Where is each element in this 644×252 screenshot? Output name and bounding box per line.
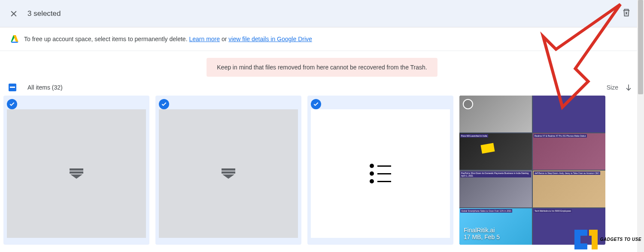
view-details-link[interactable]: view file details in Google Drive bbox=[228, 36, 312, 42]
file-preview bbox=[7, 109, 146, 238]
file-name: FinalRitik.ai bbox=[464, 227, 500, 234]
list-header: All items (32) Size bbox=[0, 84, 644, 91]
google-drive-icon bbox=[10, 35, 19, 43]
file-grid: Poco M3 Launched in India Realme X7 & Re… bbox=[0, 96, 644, 245]
file-type-icon bbox=[222, 168, 235, 179]
file-preview bbox=[311, 109, 450, 238]
all-items-label: All items (32) bbox=[27, 84, 63, 91]
file-card[interactable] bbox=[155, 96, 301, 245]
warning-banner: Keep in mind that files removed from her… bbox=[207, 58, 437, 77]
image-thumbnail: Poco M3 Launched in India Realme X7 & Re… bbox=[459, 96, 605, 245]
unselected-circle-icon[interactable] bbox=[463, 99, 473, 109]
file-size-date: 17 MB, Feb 5 bbox=[464, 234, 500, 240]
watermark-text: GADGETS TO USE bbox=[600, 237, 641, 242]
file-card[interactable] bbox=[307, 96, 453, 245]
info-text-before: To free up account space, select items t… bbox=[24, 36, 188, 42]
scroll-thumb[interactable] bbox=[638, 0, 643, 94]
info-bar: To free up account space, select items t… bbox=[0, 27, 644, 51]
file-type-icon bbox=[70, 168, 83, 179]
sort-by-label[interactable]: Size bbox=[607, 84, 618, 91]
sort-direction-icon[interactable] bbox=[624, 83, 633, 92]
file-card[interactable] bbox=[3, 96, 149, 245]
file-meta: FinalRitik.ai 17 MB, Feb 5 bbox=[464, 227, 500, 240]
file-preview bbox=[159, 109, 298, 238]
sort-controls: Size bbox=[607, 83, 633, 92]
selected-count: 3 selected bbox=[27, 9, 61, 18]
selected-check-icon[interactable] bbox=[159, 99, 169, 109]
info-or: or bbox=[222, 36, 228, 42]
watermark: GADGETS TO USE bbox=[574, 229, 641, 249]
scrollbar[interactable] bbox=[637, 0, 644, 252]
selected-check-icon[interactable] bbox=[311, 99, 321, 109]
select-all-checkbox[interactable] bbox=[9, 84, 16, 91]
watermark-logo-icon bbox=[574, 229, 598, 249]
delete-forever-icon[interactable] bbox=[622, 8, 632, 18]
selected-check-icon[interactable] bbox=[7, 99, 17, 109]
close-icon[interactable] bbox=[9, 9, 19, 19]
file-type-icon bbox=[366, 160, 395, 187]
file-card[interactable]: Poco M3 Launched in India Realme X7 & Re… bbox=[459, 96, 605, 245]
info-text: To free up account space, select items t… bbox=[24, 36, 312, 42]
learn-more-link[interactable]: Learn more bbox=[189, 36, 220, 42]
selection-header: 3 selected bbox=[0, 0, 644, 27]
